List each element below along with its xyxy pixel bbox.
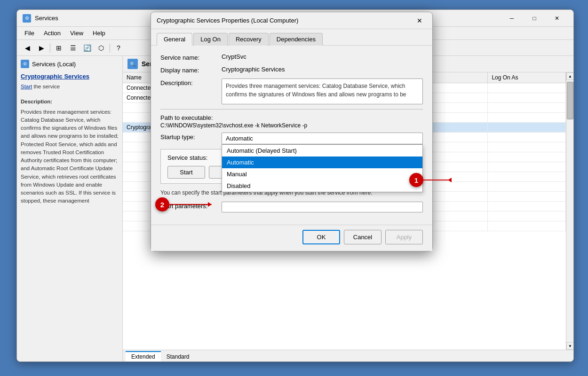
service-name-value: CryptSvc [222, 53, 423, 60]
row-logon [488, 162, 566, 172]
start-link[interactable]: Start [21, 84, 32, 89]
panel-desc-text: Provides three management services: Cata… [21, 108, 119, 205]
row-logon [488, 103, 566, 113]
row-logon [488, 221, 566, 231]
menu-action[interactable]: Action [40, 28, 64, 38]
startup-type-label: Startup type: [160, 133, 222, 141]
service-name-label: Service name: [160, 53, 222, 61]
left-panel-header: ⚙ Services (Local) [21, 60, 119, 68]
scroll-up[interactable]: ▲ [566, 72, 573, 80]
tab-general[interactable]: General [157, 33, 192, 46]
close-button[interactable]: ✕ [546, 12, 568, 25]
toolbar-sep-2 [110, 43, 110, 53]
field-separator [160, 109, 423, 110]
panel-link-text: the service [34, 84, 60, 89]
service-status-label: Service status: [167, 154, 229, 161]
window-controls: ─ □ ✕ [501, 12, 568, 25]
row-logon [488, 192, 566, 202]
tab-recovery[interactable]: Recovery [229, 33, 269, 46]
ok-button[interactable]: OK [302, 230, 340, 244]
dialog-tabs: General Log On Recovery Dependencies [151, 29, 432, 46]
path-value: C:\WINDOWS\system32\svchost.exe -k Netwo… [160, 122, 423, 129]
panel-desc-label: Description: [21, 98, 119, 106]
row-logon [488, 142, 566, 152]
menu-view[interactable]: View [66, 28, 87, 38]
dropdown-item-manual[interactable]: Manual [222, 168, 422, 180]
display-name-value: Cryptographic Services [222, 66, 423, 73]
desc-bold: Description: [21, 99, 52, 104]
service-name-row: Service name: CryptSvc [160, 53, 423, 61]
panel-section-title[interactable]: Cryptographic Services [21, 73, 119, 80]
row-logon [488, 113, 566, 123]
dialog-close-button[interactable]: ✕ [413, 15, 427, 26]
search-icon: 🔍 [127, 59, 138, 69]
tab-logon[interactable]: Log On [193, 33, 228, 46]
row-logon [488, 212, 566, 221]
row-logon [488, 202, 566, 212]
path-row: Path to executable: C:\WINDOWS\system32\… [160, 113, 423, 129]
cancel-button[interactable]: Cancel [344, 230, 381, 244]
scrollbar-thumb[interactable] [567, 82, 573, 119]
startup-type-row: Startup type: Automatic (Delayed Start) … [160, 133, 423, 144]
dropdown-popup: Automatic (Delayed Start) Automatic Manu… [222, 144, 423, 192]
description-box: Provides three management services: Cata… [222, 78, 423, 104]
dialog-title: Cryptographic Services Properties (Local… [157, 17, 413, 24]
row-logon [488, 152, 566, 162]
start-params-field-row: Start parameters: [160, 202, 423, 212]
col-logon[interactable]: Log On As [488, 72, 566, 83]
dropdown-item-delayed[interactable]: Automatic (Delayed Start) [222, 145, 422, 157]
row-logon [488, 182, 566, 192]
tab-standard[interactable]: Standard [161, 351, 195, 361]
row-logon [488, 172, 566, 182]
toolbar-btn2[interactable]: ☰ [66, 42, 79, 54]
dropdown-item-automatic[interactable]: Automatic [222, 157, 422, 168]
table-scrollbar[interactable]: ▲ ▼ [566, 72, 573, 350]
left-panel: ⚙ Services (Local) Cryptographic Service… [17, 56, 123, 361]
maximize-button[interactable]: □ [524, 12, 545, 25]
menu-file[interactable]: File [21, 28, 38, 38]
toolbar-btn1[interactable]: ⊞ [52, 42, 65, 54]
dialog-titlebar: Cryptographic Services Properties (Local… [151, 12, 432, 29]
display-name-row: Display name: Cryptographic Services [160, 66, 423, 74]
display-name-label: Display name: [160, 66, 222, 74]
toolbar-back[interactable]: ◀ [21, 42, 34, 54]
menu-help[interactable]: Help [89, 28, 109, 38]
scroll-down[interactable]: ▼ [566, 342, 573, 350]
tab-extended[interactable]: Extended [126, 351, 161, 361]
bottom-tabs: Extended Standard [123, 350, 573, 361]
toolbar-sep-1 [50, 43, 50, 53]
start-params-row: Start parameters: [160, 202, 423, 212]
startup-dropdown-container: Automatic (Delayed Start) Automatic Manu… [222, 133, 423, 144]
start-button[interactable]: Start [167, 166, 205, 179]
tab-dependencies[interactable]: Dependencies [270, 33, 323, 46]
row-logon [488, 123, 566, 133]
row-logon [488, 83, 566, 93]
left-panel-icon: ⚙ [21, 60, 29, 68]
start-params-input[interactable] [222, 202, 423, 212]
description-row: Description: Provides three management s… [160, 78, 423, 104]
dialog-content: Service name: CryptSvc Display name: Cry… [151, 46, 432, 225]
toolbar-help[interactable]: ? [112, 42, 125, 54]
row-logon [488, 133, 566, 142]
panel-link: Start the service [21, 83, 119, 91]
startup-type-dropdown[interactable]: Automatic (Delayed Start) Automatic Manu… [222, 133, 423, 144]
description-label: Description: [160, 78, 222, 86]
start-params-label: Start parameters: [160, 202, 222, 210]
dialog-footer: OK Cancel Apply [151, 225, 432, 251]
left-panel-label: Services (Local) [32, 61, 76, 68]
apply-button[interactable]: Apply [385, 230, 423, 244]
services-window-icon: ⚙ [23, 14, 31, 23]
toolbar-forward[interactable]: ▶ [35, 42, 48, 54]
path-label: Path to executable: [160, 113, 423, 121]
properties-dialog: Cryptographic Services Properties (Local… [151, 12, 433, 251]
toolbar-btn3[interactable]: 🔄 [80, 42, 94, 54]
toolbar-btn4[interactable]: ⬡ [95, 42, 108, 54]
minimize-button[interactable]: ─ [501, 12, 523, 25]
dropdown-item-disabled[interactable]: Disabled [222, 180, 422, 192]
row-logon [488, 93, 566, 103]
